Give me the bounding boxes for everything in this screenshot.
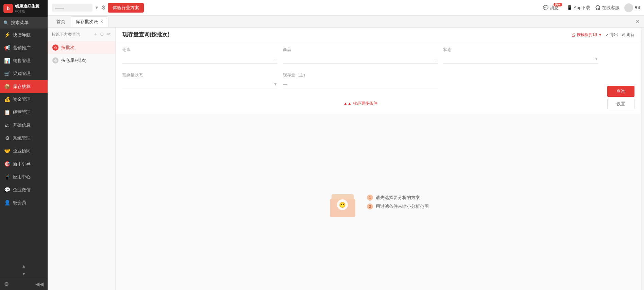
sidebar-item-inventory[interactable]: 📦 库存核算 bbox=[0, 80, 48, 93]
system-icon: ⚙ bbox=[4, 135, 10, 141]
query-btn[interactable]: 查询 bbox=[607, 86, 634, 97]
topbar: ▬▬ ▼ ⚙ 体验行业方案 💬 消息 99+ 📱 App下载 🎧 在线客服 Ri bbox=[48, 0, 644, 16]
right-scrollbar[interactable] bbox=[641, 28, 644, 290]
sidebar-item-enterprise[interactable]: 🤝 企业协同 bbox=[0, 145, 48, 158]
sidebar-item-member[interactable]: 👤 畅会员 bbox=[0, 196, 48, 209]
experience-btn[interactable]: 体验行业方案 bbox=[108, 3, 144, 13]
tab-close-btn[interactable]: ✕ bbox=[100, 19, 103, 24]
empty-illustration: 😐 bbox=[328, 187, 359, 217]
warehouse-input-wrap[interactable]: ... bbox=[122, 54, 277, 64]
sidebar: b 畅康通好生意 标准版 🔍 搜索菜单 ⚡ 快捷导航 📢 营销推广 📊 销售管理… bbox=[0, 0, 48, 290]
online-service-btn[interactable]: 🎧 在线客服 bbox=[595, 5, 620, 11]
sales-icon: 📊 bbox=[4, 58, 10, 64]
export-btn[interactable]: ↗ 导出 bbox=[605, 32, 618, 38]
messages-btn[interactable]: 💬 消息 99+ bbox=[543, 5, 559, 11]
app-logo: b bbox=[3, 4, 13, 13]
sidebar-scroll-up[interactable]: ▲ bbox=[0, 262, 48, 270]
sidebar-item-app-center[interactable]: 📱 应用中心 bbox=[0, 170, 48, 183]
sidebar-header: b 畅康通好生意 标准版 bbox=[0, 0, 48, 17]
sidebar-item-newbie[interactable]: 🎯 新手引导 bbox=[0, 158, 48, 170]
download-icon: 📱 bbox=[567, 5, 572, 10]
topbar-search-box[interactable]: ▬▬ bbox=[52, 4, 92, 12]
plan-dot-active: ⊙ bbox=[52, 44, 58, 51]
inventory-status-input-wrap[interactable]: ▼ bbox=[122, 79, 277, 89]
print-btn[interactable]: 🖨 按模板打印 ▼ bbox=[571, 32, 602, 38]
filter-product: 商品 ... bbox=[283, 47, 438, 64]
empty-svg: 😐 bbox=[328, 187, 359, 221]
right-panel: 现存量查询(按批次) 🖨 按模板打印 ▼ ↗ 导出 ↺ 刷新 bbox=[116, 28, 641, 290]
plan-dot-inactive: ⊙ bbox=[52, 57, 58, 64]
inventory-icon: 📦 bbox=[4, 84, 10, 90]
sidebar-nav: ⚡ 快捷导航 📢 营销推广 📊 销售管理 🛒 采购管理 📦 库存核算 💰 资金管… bbox=[0, 29, 48, 262]
refresh-btn[interactable]: ↺ 刷新 bbox=[622, 32, 634, 38]
topbar-gear-icon[interactable]: ⚙ bbox=[101, 4, 106, 11]
topbar-search-icon: ▬▬ bbox=[55, 5, 64, 10]
empty-tip-2: 2 用过滤条件来缩小分析范围 bbox=[367, 203, 429, 210]
manage-plan-icon[interactable]: ⊙ bbox=[100, 31, 104, 37]
collapse-bar[interactable]: ▲▲ 收起更多条件 bbox=[122, 98, 598, 109]
sidebar-item-operations[interactable]: 📋 经营管理 bbox=[0, 106, 48, 119]
page-title: 现存量查询(按批次) bbox=[122, 31, 170, 38]
sidebar-item-basics[interactable]: 🗂 基础信息 bbox=[0, 119, 48, 132]
collapse-icon: ▲▲ bbox=[343, 101, 352, 106]
topbar-dropdown-arrow[interactable]: ▼ bbox=[95, 5, 99, 10]
status-dropdown-arrow[interactable]: ▼ bbox=[594, 56, 598, 61]
inventory-status-arrow[interactable]: ▼ bbox=[273, 82, 277, 87]
purchase-icon: 🛒 bbox=[4, 71, 10, 77]
sidebar-title: 畅康通好生意 标准版 bbox=[15, 3, 39, 14]
tab-batch-account[interactable]: 库存批次账 ✕ bbox=[71, 16, 108, 27]
topbar-right: 💬 消息 99+ 📱 App下载 🎧 在线客服 Rit bbox=[543, 3, 640, 12]
product-input-wrap[interactable]: ... bbox=[283, 54, 438, 64]
sidebar-item-marketing[interactable]: 📢 营销推广 bbox=[0, 41, 48, 54]
sidebar-item-sales[interactable]: 📊 销售管理 bbox=[0, 54, 48, 67]
left-panel-header: 按以下方案查询 ＋ ⊙ ≪ bbox=[48, 28, 115, 41]
enterprise-icon: 🤝 bbox=[4, 148, 10, 154]
sidebar-footer: ⚙ ◀◀ bbox=[0, 278, 48, 290]
filter-warehouse: 仓库 ... bbox=[122, 47, 277, 64]
product-dots[interactable]: ... bbox=[435, 56, 438, 61]
user-avatar bbox=[624, 3, 633, 12]
plan-item-warehouse-batch[interactable]: ⊙ 按仓库+批次 bbox=[48, 54, 115, 67]
settings-btn[interactable]: 设置 bbox=[607, 99, 634, 109]
inventory-qty-input-wrap[interactable]: — bbox=[283, 79, 438, 89]
filter-inventory-status: 现存量状态 ▼ bbox=[122, 72, 277, 89]
enterprise-wechat-icon: 💬 bbox=[4, 187, 10, 193]
sidebar-scroll-down[interactable]: ▼ bbox=[0, 270, 48, 278]
empty-tips: 1 请先选择要分析的方案 2 用过滤条件来缩小分析范围 bbox=[367, 195, 429, 210]
main-area: ▬▬ ▼ ⚙ 体验行业方案 💬 消息 99+ 📱 App下载 🎧 在线客服 Ri bbox=[48, 0, 644, 290]
page-header: 现存量查询(按批次) 🖨 按模板打印 ▼ ↗ 导出 ↺ 刷新 bbox=[116, 28, 641, 42]
user-menu[interactable]: Rit bbox=[624, 3, 640, 12]
status-input-wrap[interactable]: ▼ bbox=[443, 54, 598, 64]
print-dropdown-icon[interactable]: ▼ bbox=[598, 33, 602, 37]
marketing-icon: 📢 bbox=[4, 45, 10, 51]
filter-row-1: 仓库 ... 商品 ... bbox=[122, 47, 598, 64]
sidebar-item-finance[interactable]: 💰 资金管理 bbox=[0, 93, 48, 106]
plan-item-batch[interactable]: ⊙ 按批次 bbox=[48, 41, 115, 54]
sidebar-search-menu[interactable]: 🔍 搜索菜单 bbox=[0, 17, 48, 29]
app-download-btn[interactable]: 📱 App下载 bbox=[567, 5, 590, 11]
newbie-icon: 🎯 bbox=[4, 161, 10, 167]
sidebar-item-purchase[interactable]: 🛒 采购管理 bbox=[0, 67, 48, 80]
filter-status: 状态 ▼ bbox=[443, 47, 598, 64]
search-icon: 🔍 bbox=[3, 20, 9, 25]
warehouse-dots[interactable]: ... bbox=[274, 56, 277, 61]
add-plan-icon[interactable]: ＋ bbox=[93, 31, 98, 37]
settings-icon[interactable]: ⚙ bbox=[4, 281, 9, 287]
collapse-left-panel-icon[interactable]: ≪ bbox=[106, 31, 111, 37]
tabs-bar: 首页 库存批次账 ✕ ✕ bbox=[48, 16, 644, 28]
sidebar-item-system[interactable]: ⚙ 系统管理 bbox=[0, 132, 48, 145]
member-icon: 👤 bbox=[4, 200, 10, 206]
empty-tip-1: 1 请先选择要分析的方案 bbox=[367, 195, 429, 201]
sidebar-item-quick-nav[interactable]: ⚡ 快捷导航 bbox=[0, 29, 48, 41]
collapse-sidebar-icon[interactable]: ◀◀ bbox=[35, 281, 44, 287]
basics-icon: 🗂 bbox=[4, 122, 10, 128]
tab-home[interactable]: 首页 bbox=[52, 16, 70, 27]
sidebar-item-enterprise-wechat[interactable]: 💬 企业微信 bbox=[0, 183, 48, 196]
tabs-close-all-btn[interactable]: ✕ bbox=[635, 18, 640, 25]
headset-icon: 🎧 bbox=[595, 5, 600, 10]
filter-inventory-qty: 现存量（主） — bbox=[283, 72, 438, 89]
operations-icon: 📋 bbox=[4, 109, 10, 115]
empty-state: 😐 1 请先选择要分析的方案 2 用过滤条件来缩小分析范围 bbox=[116, 114, 641, 290]
export-icon: ↗ bbox=[605, 33, 609, 37]
refresh-icon: ↺ bbox=[622, 33, 625, 37]
